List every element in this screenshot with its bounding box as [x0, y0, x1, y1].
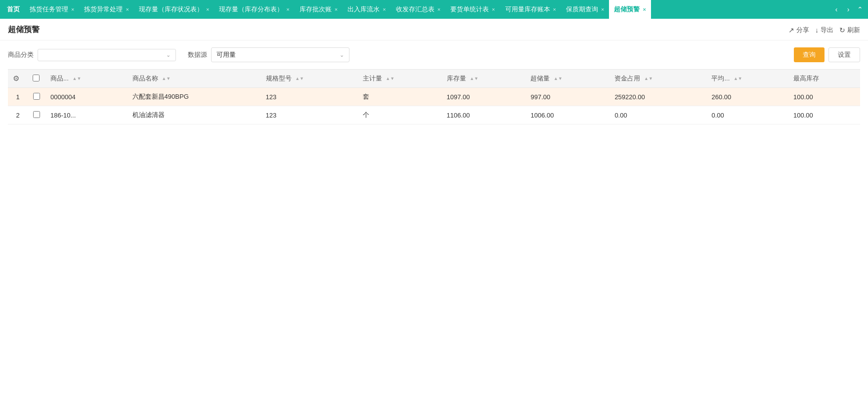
- nav-tab-10[interactable]: 超储预警 ×: [609, 0, 651, 19]
- close-icon[interactable]: ×: [71, 6, 74, 12]
- table-header-row: ⚙ 商品... ▲▼ 商品名称 ▲▼ 规格型号 ▲▼ 主计: [8, 70, 860, 88]
- close-icon[interactable]: ×: [437, 6, 440, 12]
- share-icon: ↗: [788, 26, 794, 34]
- page-title: 超储预警: [8, 25, 40, 35]
- th-product-code[interactable]: 商品... ▲▼: [45, 70, 128, 88]
- nav-tab-3[interactable]: 现存量（库存分布表） ×: [214, 0, 294, 19]
- close-icon[interactable]: ×: [492, 6, 495, 12]
- header-actions: ↗ 分享 ↓ 导出 ↻ 刷新: [788, 26, 860, 35]
- sort-icon: ▲▼: [386, 77, 394, 81]
- cell-spec: 123: [261, 106, 358, 124]
- category-filter-group: 商品分类 ⌄: [8, 49, 176, 61]
- table-row: 1 0000004 六配套新昌490BPG 123 套 1097.00 997.…: [8, 88, 860, 106]
- close-icon[interactable]: ×: [335, 6, 338, 12]
- refresh-icon: ↻: [839, 26, 845, 34]
- sort-icon: ▲▼: [644, 77, 653, 81]
- cell-stock: 1106.00: [442, 106, 526, 124]
- cell-spec: 123: [261, 88, 358, 106]
- nav-tab-8[interactable]: 可用量库存账本 ×: [500, 0, 561, 19]
- datasource-label: 数据源: [188, 50, 207, 59]
- datasource-filter-group: 数据源 可用量 ⌄: [188, 47, 349, 62]
- nav-tab-9[interactable]: 保质期查询 ×: [561, 0, 609, 19]
- cell-capital: 259220.00: [609, 88, 706, 106]
- query-button[interactable]: 查询: [794, 47, 825, 62]
- datasource-select-value: 可用量: [217, 50, 236, 59]
- table-container: ⚙ 商品... ▲▼ 商品名称 ▲▼ 规格型号 ▲▼ 主计: [0, 69, 868, 124]
- chevron-down-icon: ⌄: [166, 52, 171, 58]
- nav-tab-5[interactable]: 出入库流水 ×: [343, 0, 391, 19]
- cell-overflow: 997.00: [525, 88, 609, 106]
- th-gear: ⚙: [8, 70, 28, 88]
- sort-icon: ▲▼: [734, 77, 742, 81]
- row-checkbox-cell: [28, 106, 45, 124]
- close-icon[interactable]: ×: [286, 6, 289, 12]
- th-unit[interactable]: 主计量 ▲▼: [358, 70, 442, 88]
- nav-prev-button[interactable]: ‹: [830, 0, 842, 19]
- cell-unit: 套: [358, 88, 442, 106]
- filter-area: 商品分类 ⌄ 数据源 可用量 ⌄ 查询 设置: [0, 40, 868, 69]
- close-icon[interactable]: ×: [601, 6, 604, 12]
- cell-stock: 1097.00: [442, 88, 526, 106]
- sort-icon: ▲▼: [470, 77, 478, 81]
- nav-tab-1[interactable]: 拣货异常处理 ×: [79, 0, 133, 19]
- gear-icon[interactable]: ⚙: [13, 74, 19, 82]
- select-all-checkbox[interactable]: [33, 75, 40, 81]
- cell-max-stock: 100.00: [788, 88, 860, 106]
- th-checkbox: [28, 70, 45, 88]
- table-row: 2 186-10... 机油滤清器 123 个 1106.00 1006.00 …: [8, 106, 860, 124]
- th-stock[interactable]: 库存量 ▲▼: [442, 70, 526, 88]
- nav-menu-button[interactable]: ⌃: [854, 0, 866, 19]
- data-table: ⚙ 商品... ▲▼ 商品名称 ▲▼ 规格型号 ▲▼ 主计: [8, 69, 860, 124]
- close-icon[interactable]: ×: [643, 6, 646, 12]
- nav-tab-2[interactable]: 现存量（库存状况表） ×: [134, 0, 214, 19]
- datasource-select[interactable]: 可用量 ⌄: [211, 47, 349, 62]
- settings-button[interactable]: 设置: [828, 47, 860, 62]
- category-select[interactable]: ⌄: [38, 49, 176, 61]
- close-icon[interactable]: ×: [383, 6, 386, 12]
- th-overflow[interactable]: 超储量 ▲▼: [525, 70, 609, 88]
- th-spec[interactable]: 规格型号 ▲▼: [261, 70, 358, 88]
- nav-tab-7[interactable]: 要货单统计表 ×: [445, 0, 500, 19]
- sort-icon: ▲▼: [162, 77, 171, 81]
- close-icon[interactable]: ×: [553, 6, 556, 12]
- th-avg[interactable]: 平均... ▲▼: [706, 70, 788, 88]
- share-button[interactable]: ↗ 分享: [788, 26, 809, 35]
- nav-tab-0[interactable]: 拣货任务管理 ×: [25, 0, 79, 19]
- row-checkbox-cell: [28, 88, 45, 106]
- sort-icon: ▲▼: [295, 77, 304, 81]
- cell-product-name: 六配套新昌490BPG: [128, 88, 261, 106]
- top-nav: 首页 拣货任务管理 × 拣货异常处理 × 现存量（库存状况表） × 现存量（库存…: [0, 0, 868, 19]
- close-icon[interactable]: ×: [206, 6, 209, 12]
- cell-product-name: 机油滤清器: [128, 106, 261, 124]
- row-seq: 1: [8, 88, 28, 106]
- sort-icon: ▲▼: [554, 77, 563, 81]
- cell-overflow: 1006.00: [525, 106, 609, 124]
- row-seq: 2: [8, 106, 28, 124]
- close-icon[interactable]: ×: [126, 6, 129, 12]
- th-max-stock[interactable]: 最高库存: [788, 70, 860, 88]
- nav-home[interactable]: 首页: [2, 0, 25, 19]
- th-product-name[interactable]: 商品名称 ▲▼: [128, 70, 261, 88]
- th-capital[interactable]: 资金占用 ▲▼: [609, 70, 706, 88]
- chevron-down-icon: ⌄: [340, 52, 344, 58]
- nav-arrows: ‹ › ⌃: [830, 0, 866, 19]
- category-label: 商品分类: [8, 50, 34, 59]
- row-checkbox[interactable]: [33, 111, 40, 118]
- refresh-button[interactable]: ↻ 刷新: [839, 26, 860, 35]
- filter-actions: 查询 设置: [794, 47, 860, 62]
- cell-capital: 0.00: [609, 106, 706, 124]
- nav-next-button[interactable]: ›: [842, 0, 854, 19]
- cell-product-code: 186-10...: [45, 106, 128, 124]
- row-checkbox[interactable]: [33, 93, 40, 100]
- nav-tab-4[interactable]: 库存批次账 ×: [295, 0, 343, 19]
- cell-max-stock: 100.00: [788, 106, 860, 124]
- page-header: 超储预警 ↗ 分享 ↓ 导出 ↻ 刷新: [0, 19, 868, 40]
- export-button[interactable]: ↓ 导出: [815, 26, 833, 35]
- nav-tab-6[interactable]: 收发存汇总表 ×: [391, 0, 445, 19]
- table-body: 1 0000004 六配套新昌490BPG 123 套 1097.00 997.…: [8, 88, 860, 124]
- cell-product-code: 0000004: [45, 88, 128, 106]
- cell-avg: 260.00: [706, 88, 788, 106]
- cell-unit: 个: [358, 106, 442, 124]
- sort-icon: ▲▼: [72, 77, 81, 81]
- cell-avg: 0.00: [706, 106, 788, 124]
